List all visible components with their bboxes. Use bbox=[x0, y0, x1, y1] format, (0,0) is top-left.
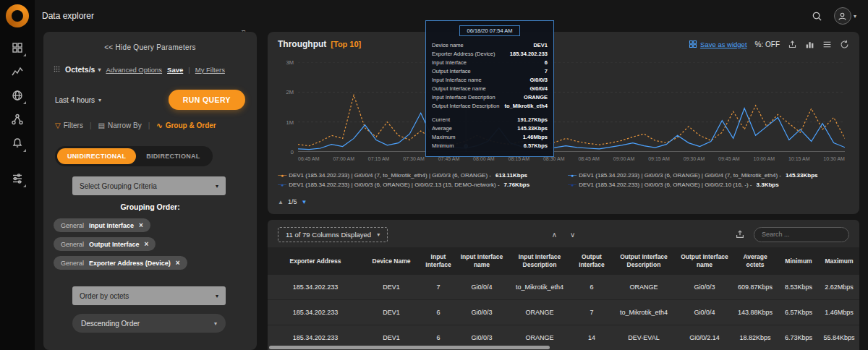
chevron-down-icon: ▾ bbox=[214, 320, 217, 327]
table-cell: 1.46Mbps bbox=[819, 300, 859, 325]
y-axis-tick: 0 bbox=[291, 149, 294, 155]
tab-narrow-by[interactable]: ▤Narrow By bbox=[98, 121, 142, 129]
table-header-cell[interactable]: Input Interface Description bbox=[506, 247, 573, 275]
table-header-cell[interactable]: Maximum bbox=[819, 247, 859, 275]
table-header-cell[interactable]: Input Interface name bbox=[457, 247, 506, 275]
legend-item[interactable]: ─●─DEV1 (185.34.202.233) | Gi0/0/4 (7, t… bbox=[278, 172, 561, 179]
percent-toggle[interactable]: %: OFF bbox=[755, 40, 780, 48]
direction-option-unidirectional[interactable]: UNIDIRECTIONAL bbox=[57, 148, 136, 164]
metric-dropdown[interactable]: Octets/s ▾ bbox=[65, 65, 101, 74]
throughput-chart[interactable] bbox=[298, 62, 845, 152]
remove-chip-icon[interactable]: × bbox=[176, 259, 180, 267]
grouping-chip[interactable]: GeneralExporter Address (Device)× bbox=[54, 256, 187, 270]
save-as-widget-link[interactable]: Save as widget bbox=[689, 40, 746, 48]
refresh-icon[interactable] bbox=[840, 40, 849, 49]
tab-filters[interactable]: ▽Filters bbox=[55, 121, 83, 129]
run-query-button[interactable]: RUN QUERY bbox=[169, 90, 245, 110]
tab-label: Filters bbox=[64, 121, 83, 129]
table-collapse-controls: ∧ ∨ bbox=[552, 231, 576, 239]
export-chart-icon[interactable] bbox=[788, 40, 797, 49]
app-logo[interactable] bbox=[6, 4, 29, 27]
x-axis-tick: 07:45 AM bbox=[438, 156, 460, 161]
table-cell: 185.34.202.233 bbox=[268, 275, 363, 299]
save-link[interactable]: Save bbox=[167, 66, 183, 74]
tab-group-order[interactable]: ∿Group & Order bbox=[156, 121, 216, 129]
remove-chip-icon[interactable]: × bbox=[139, 221, 143, 229]
throughput-chart-card: Throughput [Top 10] Save as widget %: OF… bbox=[268, 32, 859, 214]
tab-label: Narrow By bbox=[108, 121, 142, 129]
order-by-select[interactable]: Order by octets ▾ bbox=[72, 286, 226, 305]
left-nav-rail bbox=[0, 0, 35, 350]
table-cell: DEV1 bbox=[363, 300, 420, 325]
legend-page-indicator: 1/5 bbox=[288, 198, 297, 205]
collapse-down-icon[interactable]: ∨ bbox=[570, 231, 575, 239]
user-menu[interactable]: ▾ bbox=[834, 7, 856, 25]
legend-marker-icon: ─●─ bbox=[278, 182, 286, 187]
grouping-criteria-select[interactable]: Select Grouping Criteria ▾ bbox=[72, 176, 226, 195]
throughput-plot-area[interactable] bbox=[298, 62, 845, 152]
tooltip-field: Output Interface7 bbox=[432, 67, 548, 76]
page-title: Data explorer bbox=[42, 11, 94, 21]
collapse-up-icon[interactable]: ∧ bbox=[552, 231, 557, 239]
grouping-chip[interactable]: GeneralInput Interface× bbox=[54, 218, 150, 232]
legend-item[interactable]: ─●─DEV1 (185.34.202.233) | Gi0/0/3 (6, O… bbox=[568, 172, 851, 179]
query-parameters-panel: << Hide Query Parameters Octets/s ▾ Adva… bbox=[43, 32, 257, 350]
legend-item[interactable]: ─●─DEV1 (185.34.202.233) | Gi0/0/3 (6, O… bbox=[278, 182, 561, 188]
legend-value: 613.11Kbps bbox=[495, 172, 527, 179]
table-header-cell[interactable]: Device Name bbox=[363, 247, 420, 275]
cards-icon: ▤ bbox=[98, 121, 105, 129]
table-header-cell[interactable]: Average octets bbox=[732, 247, 778, 275]
time-range-value: Last 4 hours bbox=[55, 96, 95, 104]
tooltip-fields: Device nameDEV1Exporter Address (Device)… bbox=[432, 41, 548, 111]
search-icon[interactable] bbox=[812, 11, 822, 22]
table-row[interactable]: 185.34.202.233DEV17Gi0/0/4to_Mikrotik_et… bbox=[268, 275, 859, 300]
tooltip-field: Exporter Address (Device)185.34.202.233 bbox=[432, 50, 548, 59]
advanced-options-link[interactable]: Advanced Options bbox=[106, 66, 162, 74]
bell-icon[interactable] bbox=[9, 135, 26, 152]
table-header-row: Exporter AddressDevice NameInput Interfa… bbox=[268, 247, 859, 275]
table-header-cell[interactable]: Minimum bbox=[778, 247, 819, 275]
time-range-dropdown[interactable]: Last 4 hours ▾ bbox=[55, 96, 101, 104]
remove-chip-icon[interactable]: × bbox=[145, 240, 149, 248]
legend-value: 3.3Kbps bbox=[757, 182, 779, 188]
x-axis-tick: 09:45 AM bbox=[718, 156, 740, 161]
table-cell: Gi0/0/4 bbox=[457, 275, 506, 299]
legend-item[interactable]: ─●─DEV1 (185.34.202.233) | Gi0/0/3 (6, O… bbox=[568, 182, 851, 188]
table-cell: 7 bbox=[420, 275, 457, 299]
direction-option-bidirectional[interactable]: BIDIRECTIONAL bbox=[136, 148, 210, 164]
sliders-icon[interactable] bbox=[9, 170, 26, 187]
columns-displayed-button[interactable]: 11 of 79 Columns Displayed ▾ bbox=[278, 227, 388, 242]
query-tabs: ▽Filters|▤Narrow By|∿Group & Order bbox=[55, 121, 251, 129]
x-axis-tick: 08:15 AM bbox=[509, 156, 530, 161]
bar-chart-icon[interactable] bbox=[805, 40, 814, 49]
chip-label: Input Interface bbox=[89, 222, 134, 229]
apps-icon[interactable] bbox=[9, 39, 26, 56]
table-cell: to_Mikrotik_eth4 bbox=[506, 275, 573, 299]
menu-icon[interactable] bbox=[822, 40, 832, 49]
direction-toggle: UNIDIRECTIONALBIDIRECTIONAL bbox=[55, 146, 213, 166]
chart-icon[interactable] bbox=[9, 63, 26, 80]
horizontal-scrollbar[interactable] bbox=[269, 346, 550, 349]
chevron-down-icon: ▾ bbox=[98, 67, 101, 73]
table-search-input[interactable] bbox=[754, 227, 849, 242]
order-direction-select[interactable]: Descending Order ▾ bbox=[72, 314, 226, 333]
legend-page-down-icon[interactable]: ▼ bbox=[301, 199, 307, 205]
legend-value: 145.33Kbps bbox=[786, 172, 817, 179]
x-axis-tick: 10:30 AM bbox=[823, 156, 845, 161]
topology-icon[interactable] bbox=[9, 111, 26, 128]
export-table-icon[interactable] bbox=[735, 229, 745, 239]
my-filters-link[interactable]: My Filters bbox=[195, 66, 225, 74]
legend-text: DEV1 (185.34.202.233) | Gi0/0/3 (6, ORAN… bbox=[579, 182, 752, 188]
table-row[interactable]: 185.34.202.233DEV16Gi0/0/3ORANGE7to_Mikr… bbox=[268, 300, 859, 325]
legend-page-up-icon[interactable]: ▲ bbox=[278, 199, 284, 205]
globe-icon[interactable] bbox=[9, 87, 26, 104]
table-header-cell[interactable]: Output Interface name bbox=[677, 247, 732, 275]
table-cell: 55.84Kbps bbox=[819, 325, 859, 350]
table-header-cell[interactable]: Input Interface bbox=[420, 247, 457, 275]
grouping-chip[interactable]: GeneralOutput Interface× bbox=[54, 237, 156, 251]
hide-query-parameters-link[interactable]: << Hide Query Parameters bbox=[43, 43, 257, 51]
table-header-cell[interactable]: Exporter Address bbox=[268, 247, 363, 275]
table-header-cell[interactable]: Output Interface Description bbox=[610, 247, 677, 275]
table-header-cell[interactable]: Output Interface bbox=[573, 247, 610, 275]
tooltip-field: Input Interface DescriptionORANGE bbox=[432, 93, 548, 102]
